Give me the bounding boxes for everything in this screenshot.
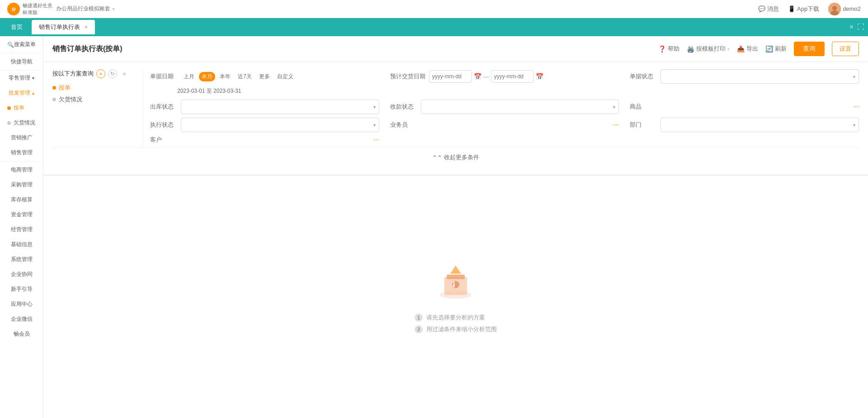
collapse-btn[interactable]: ⌃⌃ 收起更多条件 <box>427 152 485 163</box>
date-tab-custom[interactable]: 自定义 <box>274 72 296 81</box>
print-btn[interactable]: 🖨️ 按模板打印 ▾ <box>687 45 730 53</box>
svg-rect-11 <box>453 282 455 283</box>
expected-date-from[interactable] <box>429 70 472 83</box>
refresh-btn[interactable]: 🔄 刷新 <box>765 45 787 53</box>
sidebar-item-search[interactable]: 🔍 搜索菜单 <box>0 36 43 53</box>
app-download-action[interactable]: 📱 App下载 <box>788 5 819 13</box>
empty-illustration <box>433 261 478 306</box>
sidebar-item-vip[interactable]: 畅会员 <box>0 327 43 342</box>
enterprise-label: 企业协同 <box>11 271 33 278</box>
tip-text-2: 用过滤条件来缩小分析范围 <box>426 325 497 333</box>
tab-close-icon[interactable]: × <box>85 24 88 30</box>
dept-field: 部门 ▾ <box>630 118 859 132</box>
collapse-scheme-btn[interactable]: « <box>120 69 129 78</box>
salesperson-field: 业务员 ··· <box>390 118 619 132</box>
date-tab-more[interactable]: 更多 <box>256 72 273 81</box>
expected-date-to[interactable] <box>491 70 534 83</box>
dept-label: 部门 <box>630 121 657 129</box>
date-tab-cur-year[interactable]: 本年 <box>217 72 233 81</box>
basic-label: 基础信息 <box>11 241 33 248</box>
sidebar-item-wechat[interactable]: 企业微信 <box>0 312 43 327</box>
active-dot <box>7 106 11 110</box>
breadcrumb: 办公用品行业模拟账套 ▾ <box>56 5 115 13</box>
setting-button[interactable]: 设置 <box>832 42 859 56</box>
operations-label: 经营管理 <box>11 226 33 233</box>
filter-right: 单据日期 上月 本月 本年 近7天 更多 自定义 <box>150 69 859 147</box>
print-icon: 🖨️ <box>687 45 694 52</box>
customer-more-icon[interactable]: ··· <box>373 136 379 144</box>
retail-label: 零售管理 <box>9 74 30 82</box>
sidebar-subitem-backorder[interactable]: 欠货情况 <box>0 115 43 130</box>
goods-more-icon[interactable]: ··· <box>853 103 859 111</box>
date-tab-7days[interactable]: 近7天 <box>235 72 255 81</box>
export-label: 导出 <box>746 45 758 53</box>
message-action[interactable]: 💬 消息 <box>758 5 779 13</box>
sidebar-item-system[interactable]: 系统管理 <box>0 252 43 267</box>
sidebar-item-purchase[interactable]: 采购管理 <box>0 177 43 192</box>
scheme-item-order[interactable]: 按单 <box>52 82 135 94</box>
sidebar-item-wholesale[interactable]: 批发管理 ▴ <box>0 86 43 100</box>
marketing-label: 营销推广 <box>11 134 33 142</box>
tab-sales-exec[interactable]: 销售订单执行表 × <box>32 20 95 34</box>
exec-status-select[interactable] <box>181 118 379 132</box>
tab-home-label: 首页 <box>11 23 23 31</box>
payment-status-label: 收款状态 <box>390 103 417 111</box>
dept-select[interactable] <box>660 118 859 132</box>
date-from-icon[interactable]: 📅 <box>474 73 481 80</box>
sidebar-subitem-order[interactable]: 按单 <box>0 100 43 115</box>
sidebar-item-quick-nav[interactable]: 快捷导航 <box>0 53 43 71</box>
scheme-item-backorder[interactable]: 欠货情况 <box>52 94 135 105</box>
date-field: 单据日期 上月 本月 本年 近7天 更多 自定义 <box>150 69 379 84</box>
add-scheme-btn[interactable]: + <box>96 69 105 78</box>
sidebar-item-ecommerce[interactable]: 电商管理 <box>0 162 43 177</box>
sidebar-item-inventory[interactable]: 库存核算 <box>0 192 43 207</box>
purchase-label: 采购管理 <box>11 181 33 189</box>
ecommerce-label: 电商管理 <box>11 166 33 174</box>
logo-icon: 好 <box>7 3 20 15</box>
exec-status-label: 执行状态 <box>150 121 177 129</box>
refresh-scheme-btn[interactable]: ↻ <box>108 69 117 78</box>
sidebar-item-apps[interactable]: 应用中心 <box>0 297 43 312</box>
sidebar-item-retail[interactable]: 零售管理 ▾ <box>0 71 43 86</box>
delivery-status-field: 出库状态 ▾ <box>150 100 379 114</box>
wholesale-arrow: ▴ <box>32 90 34 95</box>
scheme-label: 按以下方案查询 <box>52 70 94 78</box>
inventory-label: 库存核算 <box>11 196 33 204</box>
sidebar-item-operations[interactable]: 经营管理 <box>0 222 43 237</box>
breadcrumb-separator: ▾ <box>112 6 115 12</box>
tab-sales-exec-label: 销售订单执行表 <box>39 23 80 31</box>
date-tab-cur-month[interactable]: 本月 <box>199 72 215 81</box>
salesperson-more-icon[interactable]: ··· <box>613 121 619 129</box>
user-area[interactable]: demo2 <box>828 3 861 15</box>
tip-num-2: 2 <box>415 325 423 333</box>
date-tab-prev-month[interactable]: 上月 <box>181 72 197 81</box>
sidebar-item-finance[interactable]: 资金管理 <box>0 207 43 222</box>
filter-row-1: 单据日期 上月 本月 本年 近7天 更多 自定义 <box>150 69 859 84</box>
payment-status-select[interactable] <box>421 100 619 114</box>
tab-bar-right: × ⛶ <box>849 23 864 31</box>
export-btn[interactable]: 📤 导出 <box>737 45 758 53</box>
tab-home[interactable]: 首页 <box>4 20 30 34</box>
empty-state: 1 请先选择要分析的方案 2 用过滤条件来缩小分析范围 <box>43 176 868 418</box>
tab-close-btn[interactable]: × <box>849 23 854 31</box>
goods-field: 商品 ··· <box>630 100 859 114</box>
query-button[interactable]: 查询 <box>794 42 825 56</box>
date-to-icon[interactable]: 📅 <box>536 73 543 80</box>
sidebar-item-enterprise[interactable]: 企业协同 <box>0 267 43 282</box>
sidebar-item-marketing[interactable]: 营销推广 <box>0 130 43 145</box>
page-header-top: 销售订单执行表(按单) ❓ 帮助 🖨️ 按模板打印 ▾ 📤 导出 <box>52 42 859 56</box>
status-select[interactable] <box>660 69 859 84</box>
delivery-status-wrapper: ▾ <box>181 100 379 114</box>
salesperson-label: 业务员 <box>390 121 417 129</box>
apps-label: 应用中心 <box>11 300 33 308</box>
delivery-status-select[interactable] <box>181 100 379 114</box>
sidebar-item-basic[interactable]: 基础信息 <box>0 237 43 252</box>
sidebar-item-sales[interactable]: 销售管理 <box>0 145 43 160</box>
tab-expand-btn[interactable]: ⛶ <box>857 23 864 31</box>
filter-row-3: 执行状态 ▾ 业务员 ··· <box>150 118 859 132</box>
help-btn[interactable]: ❓ 帮助 <box>658 45 679 53</box>
sidebar-item-newbie[interactable]: 新手引导 <box>0 282 43 297</box>
collapse-up-icon: ⌃⌃ <box>432 154 442 161</box>
status-select-wrapper: ▾ <box>660 69 859 84</box>
subitem-backorder-label: 欠货情况 <box>14 119 35 127</box>
